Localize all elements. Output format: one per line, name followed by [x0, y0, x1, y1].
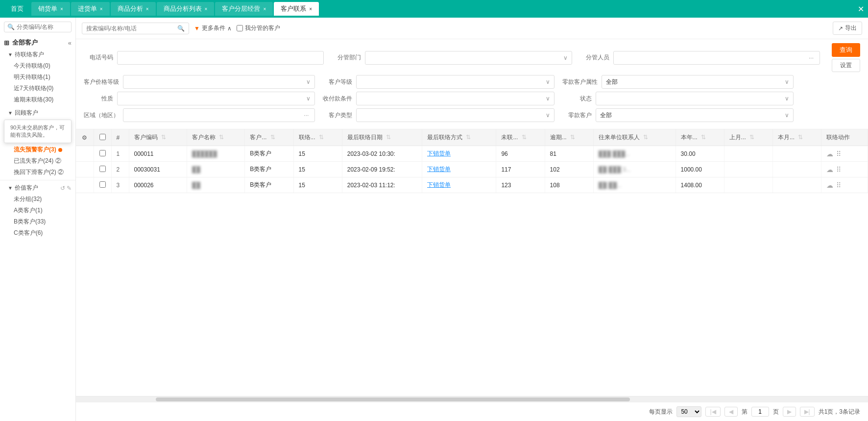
col-settings[interactable]: ⚙ — [76, 129, 94, 146]
sidebar-group-pending-title[interactable]: ▼ 待联络客户 — [0, 49, 75, 60]
sidebar-item-churned[interactable]: 已流失客户(24) ② — [0, 155, 75, 167]
col-last-month[interactable]: 上月... ⇅ — [724, 129, 772, 146]
col-uncontacted[interactable]: 未联... ⇅ — [496, 129, 545, 146]
cell-checkbox[interactable] — [94, 162, 111, 177]
status-select[interactable]: ∨ — [596, 92, 794, 105]
cell-last-way[interactable]: 下销货单 — [422, 146, 496, 162]
price-level-select[interactable]: ∨ — [123, 75, 315, 89]
tab-analysis-close[interactable]: × — [146, 6, 149, 12]
per-page-select[interactable]: 50 100 200 — [676, 406, 701, 417]
sidebar-item-a-class[interactable]: A类客户(1) — [0, 205, 75, 216]
tab-sales[interactable]: 销货单 × — [31, 2, 70, 16]
tab-customer-contact[interactable]: 客户联系 × — [274, 2, 319, 16]
region-select[interactable]: ··· — [123, 108, 315, 122]
col-last-month-sort[interactable]: ⇅ — [749, 134, 754, 141]
phone-input[interactable] — [117, 51, 324, 65]
tab-customer-tier[interactable]: 客户分层经营 × — [215, 2, 273, 16]
sidebar-item-overdue[interactable]: 逾期未联络(30) — [0, 94, 75, 105]
export-btn[interactable]: ↗ 导出 — [833, 22, 862, 35]
settings-button[interactable]: 设置 — [832, 59, 860, 72]
row-checkbox[interactable] — [99, 166, 106, 172]
cell-action[interactable]: ☁ ⠿ — [821, 177, 868, 193]
customer-type-select[interactable]: ∨ — [356, 108, 554, 122]
col-contact[interactable]: 联络... ⇅ — [293, 129, 342, 146]
cell-last-way[interactable]: 下销货单 — [422, 162, 496, 177]
sidebar-group-review-title[interactable]: ▼ 回顾客户 — [0, 107, 75, 119]
cell-action[interactable]: ☁ ⠿ — [821, 162, 868, 177]
col-this-month-sort[interactable]: ⇅ — [798, 134, 803, 141]
prev-page-btn[interactable]: ◀ — [724, 407, 738, 417]
row-checkbox[interactable] — [99, 181, 106, 188]
col-this-month[interactable]: 本月... ⇅ — [773, 129, 821, 146]
horizontal-scrollbar[interactable] — [76, 396, 868, 402]
row-checkbox[interactable] — [99, 150, 106, 156]
sidebar-group-value-title[interactable]: ▼ 价值客户 ↺ ✎ — [0, 182, 75, 194]
my-customers-checkbox[interactable] — [237, 25, 243, 31]
sidebar-item-b-class[interactable]: B类客户(33) — [0, 216, 75, 227]
sidebar-item-recover[interactable]: 挽回下滑客户(2) ② — [0, 167, 75, 178]
sidebar-item-c-class[interactable]: C类客户(6) — [0, 227, 75, 239]
tab-home[interactable]: 首页 — [4, 2, 30, 16]
sidebar-item-7days[interactable]: 近7天待联络(0) — [0, 83, 75, 94]
tab-sales-close[interactable]: × — [60, 6, 63, 12]
search-input-wrap[interactable]: 🔍 — [82, 23, 189, 34]
first-page-btn[interactable]: |◀ — [705, 407, 720, 417]
my-customers-wrap[interactable]: 我分管的客户 — [237, 24, 280, 32]
tab-purchase[interactable]: 进货单 × — [71, 2, 110, 16]
col-overdue[interactable]: 逾期... ⇅ — [545, 129, 593, 146]
cell-last-way[interactable]: 下销货单 — [422, 177, 496, 193]
more-action-icon[interactable]: ⠿ — [836, 166, 841, 173]
person-select[interactable]: ··· — [613, 51, 820, 65]
close-window-btn[interactable]: ✕ — [858, 4, 864, 14]
col-code[interactable]: 客户编码 ⇅ — [129, 129, 187, 146]
cell-checkbox[interactable] — [94, 177, 111, 193]
select-all-checkbox[interactable] — [99, 134, 106, 140]
tab-customer-contact-close[interactable]: × — [309, 6, 312, 12]
col-contact-sort[interactable]: ⇅ — [319, 134, 324, 141]
col-last-date[interactable]: 最后联络日期 ⇅ — [342, 129, 422, 146]
more-action-icon[interactable]: ⠿ — [836, 181, 841, 189]
tab-analysis-list-close[interactable]: × — [205, 6, 208, 12]
contact-icon[interactable]: ☁ — [826, 181, 833, 189]
page-input[interactable] — [751, 407, 769, 417]
query-button[interactable]: 查询 — [832, 43, 860, 57]
gender-select[interactable]: ∨ — [117, 92, 315, 105]
sidebar-item-today[interactable]: 今天待联络(0) — [0, 60, 75, 72]
value-edit-icons[interactable]: ↺ ✎ — [60, 185, 72, 192]
payment-select[interactable]: ∨ — [356, 92, 554, 105]
region-more[interactable]: ··· — [302, 112, 311, 119]
settings-col-icon[interactable]: ⚙ — [82, 134, 87, 141]
tab-customer-tier-close[interactable]: × — [263, 6, 266, 12]
contact-icon[interactable]: ☁ — [826, 150, 833, 158]
filter-btn[interactable]: ▼ 更多条件 ∧ — [194, 24, 232, 32]
sidebar-collapse-btn[interactable]: « — [68, 39, 72, 47]
tab-purchase-close[interactable]: × — [100, 6, 103, 12]
col-name-sort[interactable]: ⇅ — [219, 134, 224, 141]
sidebar-search-wrap[interactable]: 🔍 — [4, 22, 72, 32]
col-type-sort[interactable]: ⇅ — [270, 134, 275, 141]
cell-checkbox[interactable] — [94, 146, 111, 162]
search-input[interactable] — [86, 25, 174, 32]
customer-level-select[interactable]: ∨ — [356, 75, 554, 89]
col-last-way-sort[interactable]: ⇅ — [466, 134, 471, 141]
sidebar-search-input[interactable] — [17, 24, 68, 30]
contact-icon[interactable]: ☁ — [826, 166, 833, 173]
col-last-way[interactable]: 最后联络方式 ⇅ — [422, 129, 496, 146]
col-checkbox[interactable] — [94, 129, 111, 146]
tab-analysis[interactable]: 商品分析 × — [111, 2, 156, 16]
col-code-sort[interactable]: ⇅ — [161, 134, 166, 141]
sidebar-item-churn-warning[interactable]: 流失预警客户(3) — [0, 144, 75, 155]
dept-select[interactable]: ∨ — [365, 51, 572, 65]
sidebar-item-tomorrow[interactable]: 明天待联络(1) — [0, 72, 75, 83]
more-action-icon[interactable]: ⠿ — [836, 150, 841, 158]
col-last-date-sort[interactable]: ⇅ — [386, 134, 391, 141]
col-this-year-sort[interactable]: ⇅ — [701, 134, 706, 141]
scroll-thumb[interactable] — [156, 397, 630, 401]
next-page-btn[interactable]: ▶ — [783, 407, 796, 417]
col-overdue-sort[interactable]: ⇅ — [570, 134, 575, 141]
sidebar-item-ungrouped[interactable]: 未分组(32) — [0, 194, 75, 205]
zero-attr-select[interactable]: 全部 ∨ — [602, 75, 794, 89]
col-type[interactable]: 客户... ⇅ — [245, 129, 293, 146]
col-unit-contact-sort[interactable]: ⇅ — [643, 134, 648, 141]
tab-analysis-list[interactable]: 商品分析列表 × — [157, 2, 215, 16]
